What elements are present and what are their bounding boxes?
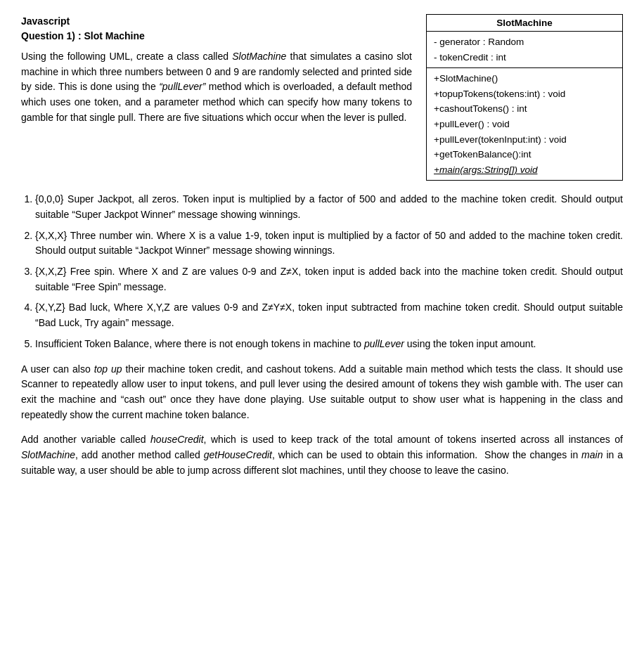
paragraph2: A user can also top up their machine tok… [21,362,623,423]
title-line1: Javascript [21,14,412,29]
list-item-5-text: Insufficient Token Balance, where there … [35,338,536,349]
uml-method-4: +pullLever() : void [434,117,615,132]
list-item-4-text: {X,Y,Z} Bad luck, Where X,Y,Z are values… [35,302,623,328]
uml-method-3: +cashoutTokens() : int [434,101,615,117]
uml-attr-1: - generator : Random [434,34,615,50]
uml-title: SlotMachine [427,15,622,32]
uml-method-6: +getTokenBalance():int [434,147,615,162]
left-text: Javascript Question 1) : Slot Machine Us… [21,14,412,181]
uml-method-5: +pullLever(tokenInput:int) : void [434,132,615,148]
uml-diagram: SlotMachine - generator : Random - token… [426,14,623,181]
uml-attr-2: - tokenCredit : int [434,50,615,65]
situations-list: {0,0,0} Super Jackpot, all zeros. Token … [21,192,623,351]
list-item-1: {0,0,0} Super Jackpot, all zeros. Token … [35,192,623,222]
list-item-2: {X,X,X} Three number win. Where X is a v… [35,228,623,259]
list-item-1-text: {0,0,0} Super Jackpot, all zeros. Token … [35,193,623,220]
list-item-4: {X,Y,Z} Bad luck, Where X,Y,Z are values… [35,300,623,330]
list-item-3: {X,X,Z} Free spin. Where X and Z are val… [35,264,623,295]
uml-attributes: - generator : Random - tokenCredit : int [427,32,622,68]
title-line2: Question 1) : Slot Machine [21,29,412,44]
list-item-5: Insufficient Token Balance, where there … [35,337,623,352]
intro-paragraph: Using the following UML, create a class … [21,49,412,125]
uml-methods: +SlotMachine() +topupTokens(tokens:int) … [427,68,622,180]
uml-method-7: +main(args:String[]) void [434,162,615,178]
list-item-2-text: {X,X,X} Three number win. Where X is a v… [35,230,623,257]
top-section: Javascript Question 1) : Slot Machine Us… [21,14,623,181]
paragraph3: Add another variable called houseCredit,… [21,432,623,478]
uml-method-1: +SlotMachine() [434,71,615,86]
uml-method-2: +topupTokens(tokens:int) : void [434,86,615,102]
list-item-3-text: {X,X,Z} Free spin. Where X and Z are val… [35,266,623,292]
